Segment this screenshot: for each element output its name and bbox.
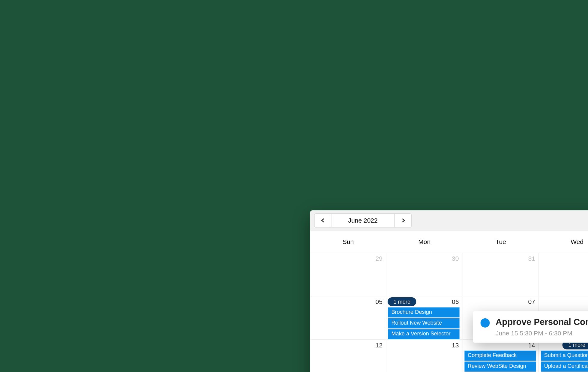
popup-time: June 15 5:30 PM - 6:30 PM (496, 330, 588, 337)
chevron-left-icon (320, 218, 326, 223)
day-cell[interactable]: 05 (310, 296, 386, 339)
event-bar[interactable]: Review WebSite Design (464, 362, 536, 372)
next-month-button[interactable] (394, 214, 411, 227)
weekday-label: Mon (386, 230, 463, 253)
calendar-row: 12 13 14 15 1 more 16 17 18 Complete Fee… (310, 340, 588, 372)
event-bar[interactable]: Make a Version Selector (388, 329, 460, 339)
event-bar[interactable]: Brochure Design (388, 308, 460, 318)
day-cell[interactable]: 30 (386, 253, 463, 296)
day-cell[interactable]: 01 (539, 253, 588, 296)
prev-month-button[interactable] (315, 214, 332, 227)
calendar-row: 29 30 31 01 02 03 04 (310, 253, 588, 296)
weekday-label: Wed (539, 230, 588, 253)
popup-title: Approve Personal Computer Upg… (496, 317, 588, 327)
weekday-header: Sun Mon Tue Wed Thu Fri Sat (310, 230, 588, 253)
event-bar[interactable]: Submit a Question (541, 351, 588, 361)
event-popup: Approve Personal Computer Upg… June 15 5… (473, 311, 588, 343)
event-bar[interactable]: Rollout New Website (388, 318, 460, 328)
day-cell[interactable]: 29 (310, 253, 386, 296)
day-cell[interactable]: 13 (386, 340, 463, 372)
current-month-label[interactable]: June 2022 (332, 217, 394, 224)
calendar-main: June 2022 Day Week Work Week Month Sun M… (310, 210, 588, 372)
weekday-label: Tue (463, 230, 539, 253)
more-events-pill[interactable]: 1 more (388, 297, 416, 306)
event-bar[interactable]: Upload a Certificate (541, 362, 588, 372)
toolbar: June 2022 Day Week Work Week Month (310, 210, 588, 230)
popup-body: Approve Personal Computer Upg… June 15 5… (496, 317, 588, 337)
date-nav: June 2022 (314, 213, 412, 227)
weekday-label: Sun (310, 230, 386, 253)
chevron-right-icon (400, 218, 406, 223)
event-bar[interactable]: Complete Feedback (464, 351, 536, 361)
day-cell[interactable]: 31 (463, 253, 539, 296)
day-cell[interactable]: 12 (310, 340, 386, 372)
event-color-dot (481, 318, 490, 328)
